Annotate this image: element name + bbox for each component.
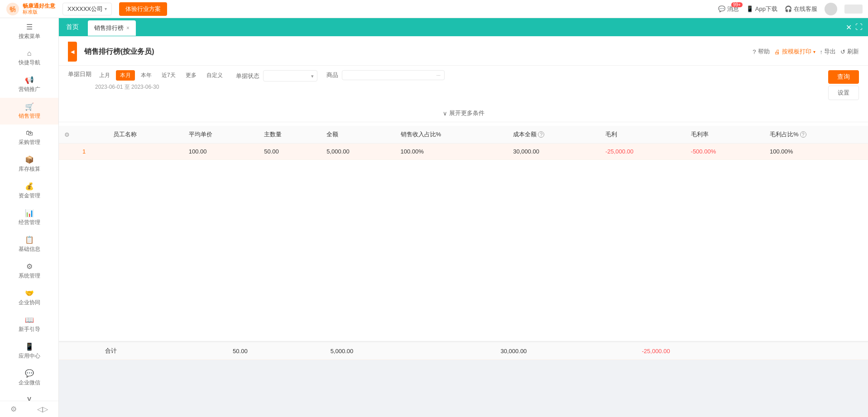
profit-pct-help-icon[interactable]: ? [800, 131, 806, 138]
sidebar-item-inventory-label: 库存核算 [19, 165, 40, 173]
basics-icon: 📋 [25, 235, 34, 244]
wechat-icon: 💬 [25, 369, 34, 378]
sidebar-item-appstore[interactable]: 📱 应用中心 [0, 338, 58, 364]
print-dropdown-icon: ▾ [813, 49, 815, 54]
query-button[interactable]: 查询 [828, 70, 859, 84]
tab-close-icon[interactable]: × [126, 25, 129, 31]
sidebar-item-finance[interactable]: 💰 资金管理 [0, 177, 58, 204]
date-tab-thismonth[interactable]: 本月 [116, 70, 135, 81]
tab-home[interactable]: 首页 [59, 18, 86, 36]
status-filter-label: 单据状态 [236, 72, 259, 80]
help-btn[interactable]: ? 帮助 [753, 48, 769, 56]
logo-icon: 畅 [5, 2, 20, 16]
row-profit-pct: 100.00% [764, 144, 868, 160]
row-name [108, 144, 183, 160]
sidebar-settings-icon[interactable]: ⚙ [10, 405, 17, 413]
filter-collapse-btn[interactable]: ◀ [68, 42, 77, 62]
print-btn[interactable]: 🖨 按模板打印 ▾ [774, 48, 815, 56]
search-menu-icon: ☰ [26, 23, 33, 31]
sidebar-item-wechat-label: 企业微信 [19, 379, 40, 387]
sidebar-item-search[interactable]: ☰ 搜索菜单 [0, 18, 58, 45]
sidebar-item-member[interactable]: V 畅会员 [0, 391, 58, 401]
export-btn[interactable]: ↑ 导出 [820, 48, 836, 56]
avatar[interactable] [825, 3, 837, 15]
svg-text:畅: 畅 [10, 5, 16, 13]
tab-minimize-btn[interactable]: ✕ [846, 23, 852, 32]
print-label: 按模板打印 [782, 48, 811, 56]
tab-expand-btn[interactable]: ⛶ [855, 23, 863, 31]
sidebar-item-guide[interactable]: 📖 新手引导 [0, 311, 58, 338]
company-select[interactable]: XXXXXX公司 ▾ [62, 3, 112, 15]
marketing-icon: 📢 [25, 76, 34, 84]
logo: 畅 畅康通好生意 标准版 [5, 2, 55, 16]
online-service-label: 在线客服 [794, 5, 817, 13]
sidebar-nav: ☰ 搜索菜单 ⌂ 快捷导航 📢 营销推广 🛒 销售管理 🛍 采购管理 [0, 18, 58, 401]
tab-ranking[interactable]: 销售排行榜 × [88, 20, 136, 36]
sales-icon: 🛒 [25, 102, 34, 111]
sidebar-item-enterprise[interactable]: 🤝 企业协同 [0, 284, 58, 311]
sidebar-item-nav-label: 快捷导航 [19, 59, 40, 67]
date-tabs: 上月 本月 本年 近7天 更多 自定义 [95, 70, 227, 81]
status-filter-select[interactable] [263, 70, 317, 81]
expand-conditions-btn[interactable]: ∨ 展开更多条件 [437, 107, 490, 119]
online-service-btn[interactable]: 🎧 在线客服 [785, 5, 817, 13]
messages-btn[interactable]: 💬 消息 99+ [718, 5, 739, 13]
enterprise-icon: 🤝 [25, 289, 34, 297]
sidebar-item-purchase-label: 采购管理 [19, 139, 40, 146]
sidebar-item-purchase[interactable]: 🛍 采购管理 [0, 125, 58, 151]
row-avg-price: 100.00 [183, 144, 259, 160]
date-tab-more[interactable]: 更多 [182, 70, 201, 81]
date-tab-lastmonth[interactable]: 上月 [95, 70, 114, 81]
total-profit: -25,000.00 [637, 342, 785, 360]
total-profit-rate-cell [785, 342, 826, 360]
sidebar-item-nav[interactable]: ⌂ 快捷导航 [0, 45, 58, 71]
trial-button[interactable]: 体验行业方案 [119, 2, 167, 16]
sidebar-item-basics[interactable]: 📋 基础信息 [0, 231, 58, 258]
home-icon: ⌂ [27, 49, 32, 58]
export-label: 导出 [824, 48, 836, 56]
finance-icon: 💰 [25, 182, 34, 191]
username-text [844, 5, 863, 14]
total-qty: 50.00 [227, 342, 325, 360]
col-settings-icon[interactable]: ⚙ [64, 131, 70, 138]
total-sales-pct-cell [454, 342, 495, 360]
app-download-btn[interactable]: 📱 App下载 [746, 5, 777, 13]
col-profit-pct: 毛利占比%? [764, 126, 868, 144]
row-sales-pct: 100.00% [395, 144, 508, 160]
help-icon: ? [753, 48, 756, 55]
headset-icon: 🎧 [785, 5, 792, 12]
sidebar-collapse-icon[interactable]: ◁▷ [37, 405, 48, 413]
date-tab-7days[interactable]: 近7天 [158, 70, 180, 81]
cost-help-icon[interactable]: ? [538, 131, 544, 138]
page-title: 销售排行榜(按业务员) [84, 47, 154, 57]
col-settings[interactable]: ⚙ [59, 126, 77, 144]
tab-ranking-label: 销售排行榜 [94, 24, 124, 32]
goods-more-icon[interactable]: ··· [436, 72, 441, 78]
sidebar-item-inventory[interactable]: 📦 库存核算 [0, 151, 58, 177]
message-icon: 💬 [718, 5, 725, 12]
total-row: 合计 50.00 5,000.00 30,000.00 -25,000.00 [59, 342, 868, 360]
system-icon: ⚙ [26, 262, 33, 271]
company-name: XXXXXX公司 [67, 5, 103, 13]
settings-button[interactable]: 设置 [828, 86, 859, 100]
col-avg-price: 平均单价 [183, 126, 259, 144]
company-dropdown-icon: ▾ [105, 6, 107, 11]
appstore-icon: 📱 [25, 342, 34, 351]
refresh-btn[interactable]: ↺ 刷新 [840, 48, 859, 56]
date-tab-custom[interactable]: 自定义 [202, 70, 227, 81]
date-tab-thisyear[interactable]: 本年 [137, 70, 156, 81]
sidebar-item-sales[interactable]: 🛒 销售管理 [0, 98, 58, 125]
sidebar-item-system[interactable]: ⚙ 系统管理 [0, 258, 58, 284]
col-rank [77, 126, 108, 144]
date-range: 2023-06-01 至 2023-06-30 [95, 83, 227, 91]
sidebar-item-operations[interactable]: 📊 经营管理 [0, 204, 58, 231]
sidebar-item-search-label: 搜索菜单 [19, 33, 40, 40]
goods-filter[interactable]: ··· [342, 70, 445, 80]
sidebar-item-marketing[interactable]: 📢 营销推广 [0, 71, 58, 98]
expand-label: 展开更多条件 [449, 109, 484, 117]
guide-icon: 📖 [25, 316, 34, 324]
sidebar-item-wechat[interactable]: 💬 企业微信 [0, 364, 58, 391]
date-filter-label: 单据日期 [68, 70, 91, 78]
app-download-icon: 📱 [746, 5, 753, 12]
sidebar-item-marketing-label: 营销推广 [19, 86, 40, 93]
